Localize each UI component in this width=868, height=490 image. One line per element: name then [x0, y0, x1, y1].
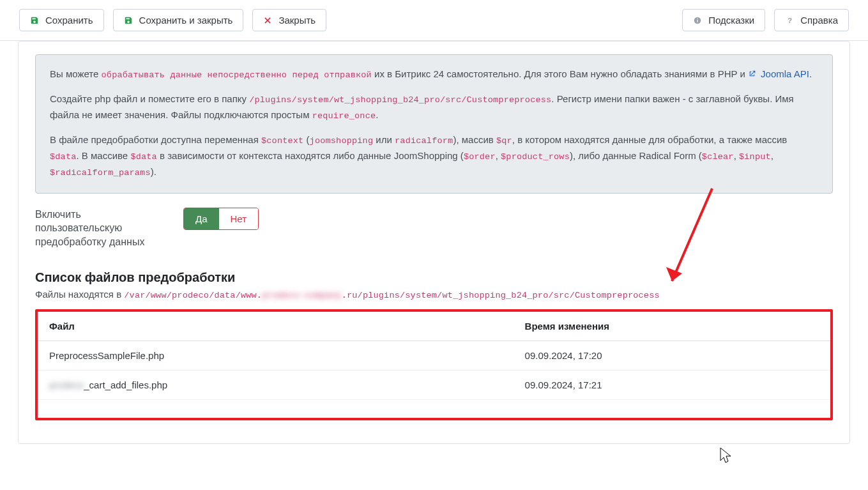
external-link-icon — [748, 68, 761, 79]
table-row: prodeco_cart_add_files.php 09.09.2024, 1… — [38, 371, 830, 400]
var-data: $data — [130, 152, 157, 162]
info-icon — [693, 16, 702, 25]
alert-text: Вы можете — [50, 68, 102, 79]
val-joomshopping: joomshopping — [310, 136, 374, 146]
code-plugin-path: /plugins/system/wt_jshopping_b24_pro/src… — [249, 95, 551, 105]
toggle-yes[interactable]: Да — [184, 208, 219, 229]
cell-mtime: 09.09.2024, 17:20 — [514, 341, 830, 371]
save-button[interactable]: Сохранить — [19, 9, 104, 31]
var-order: $order — [464, 152, 496, 162]
link-preprocess-docs[interactable]: обрабатывать данные непосредственно пере… — [102, 68, 372, 79]
var-input: $input — [739, 152, 771, 162]
var-clear: $clear — [702, 152, 734, 162]
cell-filename: PreprocessSampleFile.php — [38, 341, 514, 371]
help-icon: ? — [785, 16, 794, 25]
help-label: Справка — [800, 15, 838, 26]
help-button[interactable]: ? Справка — [774, 9, 849, 31]
action-toolbar: Сохранить Сохранить и закрыть Закрыть По… — [0, 0, 868, 41]
var-context: $context — [261, 136, 303, 146]
section-title-files: Список файлов предобработки — [35, 270, 833, 285]
hints-label: Подсказки — [708, 15, 754, 26]
table-row: PreprocessSampleFile.php 09.09.2024, 17:… — [38, 341, 830, 371]
toggle-custom-preprocess[interactable]: Да Нет — [183, 208, 259, 230]
save-label: Сохранить — [45, 15, 93, 26]
var-data: $data — [50, 152, 77, 162]
save-icon — [124, 16, 133, 25]
var-product-rows: $product_rows — [501, 152, 570, 162]
files-table: Файл Время изменения PreprocessSampleFil… — [38, 312, 830, 400]
val-radicalform: radicalform — [395, 136, 453, 146]
close-label: Закрыть — [278, 15, 316, 26]
close-icon — [263, 16, 272, 25]
save-icon — [30, 16, 39, 25]
hints-button[interactable]: Подсказки — [682, 9, 765, 31]
code-require-once: require_once — [312, 111, 376, 121]
svg-rect-4 — [697, 18, 698, 19]
info-alert: Вы можете обрабатывать данные непосредст… — [35, 54, 833, 194]
cell-filename: prodeco_cart_add_files.php — [38, 371, 514, 400]
save-close-button[interactable]: Сохранить и закрыть — [113, 9, 244, 31]
link-joomla-api[interactable]: Joomla API — [748, 68, 809, 79]
var-radicalform-params: $radicalform_params — [50, 168, 151, 178]
files-table-highlight: Файл Время изменения PreprocessSampleFil… — [35, 309, 833, 420]
toggle-label: Включить пользовательскую предобработку … — [35, 208, 169, 249]
toggle-no[interactable]: Нет — [219, 208, 259, 229]
cell-mtime: 09.09.2024, 17:21 — [514, 371, 830, 400]
var-qr: $qr — [496, 136, 512, 146]
svg-rect-3 — [697, 19, 698, 22]
save-close-label: Сохранить и закрыть — [139, 15, 233, 26]
svg-text:?: ? — [788, 16, 792, 24]
col-mtime: Время изменения — [514, 312, 830, 341]
close-button[interactable]: Закрыть — [252, 9, 326, 31]
content-card: Вы можете обрабатывать данные непосредст… — [18, 41, 850, 444]
files-path-line: Файлы находятся в /var/www/prodeco/data/… — [35, 289, 833, 300]
col-file: Файл — [38, 312, 514, 341]
